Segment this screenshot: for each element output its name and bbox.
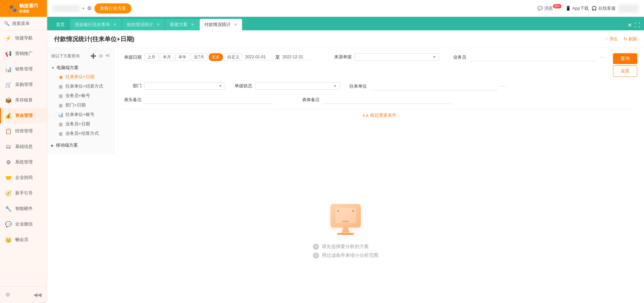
date-separator: 至 [275,54,280,60]
doc-status-select[interactable]: ▼ [255,82,340,90]
system-nav-icon: ⚙ [5,159,12,165]
search-menu[interactable]: 🔍 搜索菜单 [0,17,47,30]
tab-home[interactable]: 首页 [51,19,69,30]
tab-cash-flow[interactable]: 现金银行流水查询 ✕ [70,19,121,30]
desktop-category-header[interactable]: ▼ 电脑端方案 [51,63,110,72]
marketing-nav-icon: 📢 [5,51,12,57]
tab-receipt-stats[interactable]: 收款情况统计 ✕ [122,19,165,30]
btn-last-month[interactable]: 上月 [144,53,158,61]
try-industry-btn[interactable]: 体验行业方案 [94,3,131,13]
counter-party-input[interactable] [370,82,498,90]
purchase-nav-icon: 🛒 [5,82,12,88]
collapse-sidebar-icon[interactable]: ◀◀ [33,292,41,298]
scheme-item-staff-date[interactable]: ▦ 业务员+日期 [57,119,110,129]
settings-bottom-icon[interactable]: ⚙ [5,292,10,298]
scheme-item-staff-settlement[interactable]: ▦ 业务员+结算方式 [57,129,110,138]
counter-party-dots-icon[interactable]: ··· [500,83,507,89]
scheme-item-unit-date[interactable]: ◉ 往来单位+日期 [57,72,110,82]
desktop-category-collapse-icon: ▼ [51,66,55,70]
collapse-more-btn[interactable]: ∧∧ 收起更多条件 [121,109,637,121]
app-version: 标准版 [19,9,38,14]
tabs-bar: 首页 现金银行流水查询 ✕ 收款情况统计 ✕ 新建方案 ✕ 付款情况统计 ✕ ✕… [47,17,644,30]
desktop-category-label: 电脑端方案 [57,65,79,71]
scheme-item-label-1: 往来单位+结算方式 [65,83,103,89]
online-service-action[interactable]: 🎧 在线客服 [591,5,616,11]
messages-icon: 💬 [537,6,543,11]
sidebar-item-marketing[interactable]: 📢营销推广 [0,46,47,61]
tab-new-scheme-close[interactable]: ✕ [191,22,194,27]
tip-num-2: ② [313,252,319,259]
filter-item-doc-date: 单据日期 上月 本月 本年 近7天 更多 自定义 至 [121,53,312,61]
sidebar-item-quick-nav[interactable]: ⚡快捷导航 [0,30,47,46]
quick-nav-nav-label: 快捷导航 [15,35,33,41]
tab-home-label: 首页 [56,22,65,28]
tab-receipt-stats-close[interactable]: ✕ [156,22,160,27]
sidebar-item-guide[interactable]: 🧭新手引导 [0,185,47,201]
sidebar-item-enterprise[interactable]: 🤝企业协同 [0,170,47,185]
scheme-item-staff-account[interactable]: ▦ 业务员+账号 [57,91,110,100]
topbar-settings-icon[interactable]: ⚙ [87,5,92,11]
date-start-input[interactable] [244,54,274,60]
sidebar-item-purchase[interactable]: 🛒采购管理 [0,77,47,92]
filter-item-table-head-note: 表头备注 [121,96,272,104]
date-end-input[interactable] [281,54,312,60]
tip-text-1: 请先选择要分析的方案 [322,244,369,250]
filter-settings-btn[interactable]: 设置 [613,65,637,77]
mobile-category-label: 移动端方案 [56,142,78,148]
sidebar-item-hardware[interactable]: 🔧智能硬件 [0,201,47,216]
user-avatar[interactable] [618,4,639,12]
sidebar-item-vip[interactable]: 👑畅会员 [0,232,47,247]
weixin-nav-icon: 💬 [5,221,12,228]
tab-maximize-icon[interactable]: ⛶ [635,22,640,28]
scheme-item-unit-settlement[interactable]: ▦ 往来单位+结算方式 [57,82,110,91]
dept-select[interactable]: ▼ [144,82,225,90]
filter-area: 单据日期 上月 本月 本年 近7天 更多 自定义 至 [115,48,644,154]
dept-label: 部门 [121,83,142,89]
tab-payment-stats[interactable]: 付款情况统计 ✕ [200,19,242,30]
sidebar-item-sales[interactable]: 📊销售管理 [0,61,47,77]
btn-this-month[interactable]: 本月 [160,53,174,61]
scheme-item-icon-active: ◉ [58,74,63,80]
tip-text-2: 用过滤条件来缩小分析范围 [322,252,378,259]
breadcrumb-separator: ▾ [82,6,84,11]
doc-date-label: 单据日期 [121,54,142,60]
btn-this-year[interactable]: 本年 [175,53,189,61]
staff-input[interactable] [469,53,597,61]
btn-last7[interactable]: 近7天 [191,53,207,61]
messages-action[interactable]: 💬 消息 99+ [537,5,563,11]
mobile-schemes-category: ▶ 移动端方案 [47,140,114,151]
sidebar-item-weixin[interactable]: 💬企业微信 [0,216,47,232]
tab-new-scheme[interactable]: 新建方案 ✕ [165,19,199,30]
dept-arrow-icon: ▼ [218,84,222,88]
sidebar-item-basic-info[interactable]: 🗂基础信息 [0,139,47,154]
scheme-item-dept-date[interactable]: ▦ 部门+日期 [57,100,110,110]
scheme-collapse-btn[interactable]: ≪ [105,53,110,59]
scheme-add-icon[interactable]: ➕ [90,53,97,59]
tab-close-all-icon[interactable]: ✕ [627,22,632,28]
refresh-btn[interactable]: ↻ 刷新 [623,36,637,42]
scheme-settings-icon[interactable]: ⚙ [98,53,104,59]
refresh-icon: ↻ [623,36,627,41]
app-download-action[interactable]: 📱 App下载 [565,5,589,11]
sales-nav-icon: 📊 [5,66,12,72]
tab-payment-stats-close[interactable]: ✕ [234,22,237,27]
mobile-category-header[interactable]: ▶ 移动端方案 [51,141,110,150]
filter-row-2: 部门 ▼ 单据状态 ▼ 往来单位 [121,82,637,90]
sidebar-item-capital[interactable]: 💰资金管理 [0,108,47,123]
scheme-item-unit-account[interactable]: 📊 往来单位+账号 [57,110,110,119]
filter-item-counter-party: 往来单位 ··· [347,82,507,90]
table-body-note-input[interactable] [322,96,450,104]
tab-cash-flow-close[interactable]: ✕ [113,22,117,27]
btn-custom[interactable]: 自定义 [224,53,242,61]
sidebar-item-operation[interactable]: 📋经营管理 [0,123,47,139]
source-doc-select[interactable]: ▼ [354,53,439,61]
table-head-note-input[interactable] [144,96,272,104]
query-btn[interactable]: 查询 [613,53,637,64]
sidebar-item-inventory[interactable]: 📦库存核算 [0,92,47,108]
app-name: 畅捷通巧 [19,3,38,9]
export-btn[interactable]: ↑ 导出 [606,36,618,42]
sidebar-item-system[interactable]: ⚙系统管理 [0,154,47,170]
tab-new-scheme-label: 新建方案 [170,22,187,28]
btn-more[interactable]: 更多 [209,53,223,61]
staff-dots-icon[interactable]: ··· [600,54,606,60]
